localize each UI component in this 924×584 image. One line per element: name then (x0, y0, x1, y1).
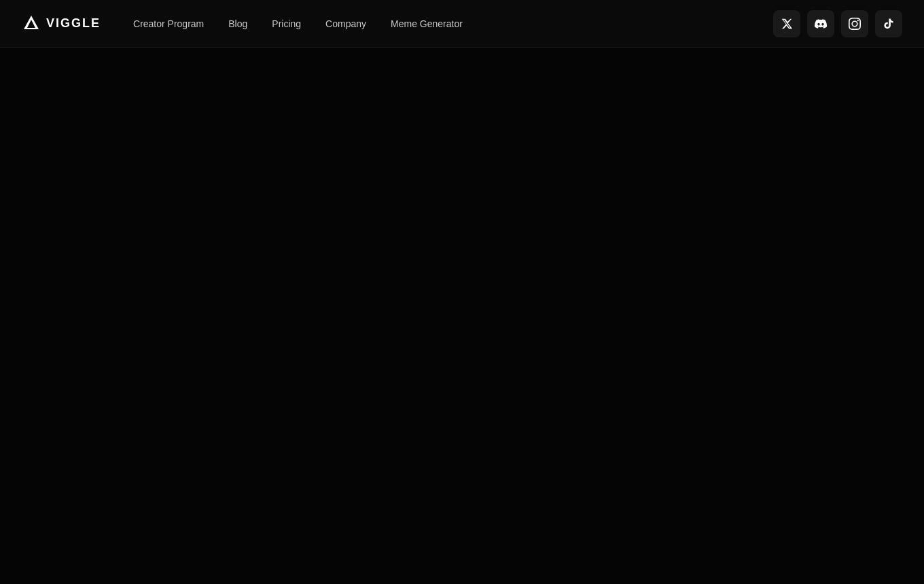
instagram-button[interactable] (841, 10, 868, 37)
nav-link-company[interactable]: Company (325, 18, 366, 29)
nav-link-creator-program[interactable]: Creator Program (133, 18, 204, 29)
instagram-icon (849, 18, 861, 30)
nav-links: Creator Program Blog Pricing Company Mem… (133, 18, 463, 29)
nav-link-pricing[interactable]: Pricing (272, 18, 301, 29)
nav-link-meme-generator[interactable]: Meme Generator (391, 18, 463, 29)
logo-text: VIGGLE (46, 16, 101, 31)
nav-link-blog[interactable]: Blog (228, 18, 247, 29)
tiktok-icon (883, 18, 895, 30)
navbar-right (773, 10, 902, 37)
twitter-button[interactable] (773, 10, 800, 37)
twitter-icon (781, 18, 793, 30)
discord-icon (815, 18, 827, 30)
logo[interactable]: VIGGLE (22, 14, 101, 33)
discord-button[interactable] (807, 10, 834, 37)
navbar-left: VIGGLE Creator Program Blog Pricing Comp… (22, 14, 463, 33)
tiktok-button[interactable] (875, 10, 902, 37)
navbar: VIGGLE Creator Program Blog Pricing Comp… (0, 0, 924, 48)
main-content (0, 48, 924, 584)
viggle-logo-icon (22, 14, 41, 33)
